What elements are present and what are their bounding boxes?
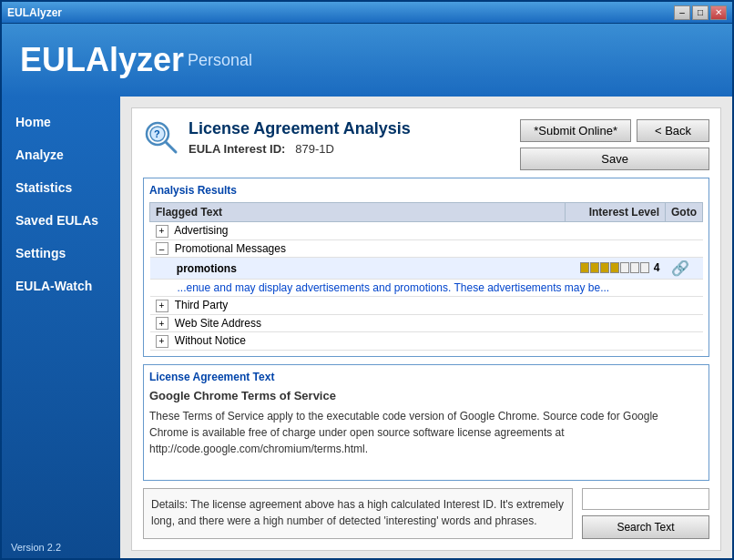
search-text-button[interactable]: Search Text <box>582 515 709 539</box>
eula-id-row: EULA Interest ID: 879-1D <box>189 142 411 156</box>
sidebar-item-saved-eulas[interactable]: Saved EULAs <box>2 204 120 237</box>
collapse-promotional[interactable]: – <box>156 242 168 255</box>
sidebar-item-settings[interactable]: Settings <box>2 237 120 270</box>
details-box: Details: The license agreement above has… <box>143 488 573 539</box>
minimize-button[interactable]: – <box>674 5 690 20</box>
panel-title-block: License Agreement Analysis EULA Interest… <box>189 119 411 156</box>
save-button[interactable]: Save <box>520 148 709 170</box>
main-panel: ? License Agreement Analysis EULA Intere… <box>131 107 721 551</box>
bar-seg-6 <box>630 262 639 273</box>
license-text-section: License Agreement Text Google Chrome Ter… <box>143 364 709 482</box>
close-button[interactable]: ✕ <box>710 5 727 20</box>
row-advertising: + Advertising <box>150 222 566 240</box>
sidebar: Home Analyze Statistics Saved EULAs Sett… <box>2 97 120 560</box>
bar-seg-2 <box>590 262 599 273</box>
search-controls: Search Text <box>582 488 709 539</box>
sidebar-item-home[interactable]: Home <box>2 106 120 138</box>
expand-web-site[interactable]: + <box>156 317 168 330</box>
sidebar-item-analyze[interactable]: Analyze <box>2 138 120 171</box>
app-header: EULAlyzer Personal <box>2 24 732 97</box>
search-input[interactable] <box>582 488 709 510</box>
interest-number: 4 <box>654 261 660 274</box>
content-area: ? License Agreement Analysis EULA Intere… <box>120 97 732 560</box>
table-row: + Advertising <box>150 222 703 240</box>
license-section-title: License Agreement Text <box>149 371 703 383</box>
license-title: Google Chrome Terms of Service <box>149 389 703 402</box>
bar-seg-3 <box>600 262 609 273</box>
panel-header: ? License Agreement Analysis EULA Intere… <box>143 119 709 170</box>
version-label: Version 2.2 <box>11 542 61 553</box>
table-row: + Web Site Address <box>150 314 703 332</box>
row-third-party: + Third Party <box>150 297 566 315</box>
row-promotional-messages: – Promotional Messages <box>150 239 566 258</box>
table-row: promotions <box>150 258 703 280</box>
table-row: ...enue and may display advertisements a… <box>150 280 703 297</box>
row-without-notice: + Without Notice <box>150 332 566 351</box>
goto-icon[interactable]: 🔗 <box>671 260 689 276</box>
expand-without-notice[interactable]: + <box>156 335 168 348</box>
panel-title: License Agreement Analysis <box>189 119 411 138</box>
eula-id-value: 879-1D <box>295 142 334 156</box>
promo-link[interactable]: ...enue and may display advertisements a… <box>178 281 610 294</box>
bar-seg-7 <box>640 262 649 273</box>
sidebar-item-statistics[interactable]: Statistics <box>2 171 120 204</box>
bar-seg-4 <box>610 262 619 273</box>
maximize-button[interactable]: □ <box>692 5 709 20</box>
promotions-label: promotions <box>177 262 237 275</box>
bottom-bar: Details: The license agreement above has… <box>143 488 709 539</box>
license-body-text: These Terms of Service apply to the exec… <box>149 410 658 455</box>
svg-line-2 <box>166 142 176 152</box>
expand-advertising[interactable]: + <box>156 225 168 238</box>
back-button[interactable]: < Back <box>637 119 709 142</box>
col-interest-level: Interest Level <box>566 203 666 222</box>
table-row: – Promotional Messages <box>150 239 703 258</box>
expand-third-party[interactable]: + <box>156 300 168 312</box>
svg-text:?: ? <box>154 128 160 139</box>
app-subtitle: Personal <box>188 51 252 70</box>
row-web-site-address: + Web Site Address <box>150 314 566 332</box>
app-name: EULAlyzer <box>20 41 184 79</box>
title-bar: EULAlyzer – □ ✕ <box>2 2 732 24</box>
title-bar-buttons: – □ ✕ <box>674 5 727 20</box>
results-table: Flagged Text Interest Level Goto + Adver… <box>149 202 703 351</box>
details-text: Details: The license agreement above has… <box>151 498 564 527</box>
sidebar-item-eula-watch[interactable]: EULA-Watch <box>2 270 120 302</box>
table-row: + Without Notice <box>150 332 703 351</box>
magnify-icon: ? <box>143 119 179 156</box>
interest-bar: 4 <box>580 261 660 274</box>
analysis-results-title: Analysis Results <box>149 184 703 197</box>
analysis-results-section: Analysis Results Flagged Text Interest L… <box>143 178 709 357</box>
main-layout: Home Analyze Statistics Saved EULAs Sett… <box>2 97 732 560</box>
header-btn-row: *Submit Online* < Back <box>520 119 709 142</box>
col-goto: Goto <box>666 203 703 222</box>
bar-seg-5 <box>620 262 629 273</box>
panel-header-buttons: *Submit Online* < Back Save <box>520 119 709 170</box>
panel-title-area: ? License Agreement Analysis EULA Intere… <box>143 119 411 156</box>
bar-seg-1 <box>580 262 589 273</box>
title-bar-text: EULAlyzer <box>7 6 62 19</box>
license-text-area[interactable]: These Terms of Service apply to the exec… <box>149 408 703 475</box>
table-row: + Third Party <box>150 297 703 315</box>
col-flagged-text: Flagged Text <box>150 203 566 222</box>
submit-online-button[interactable]: *Submit Online* <box>520 119 631 142</box>
eula-id-label: EULA Interest ID: <box>189 142 285 156</box>
